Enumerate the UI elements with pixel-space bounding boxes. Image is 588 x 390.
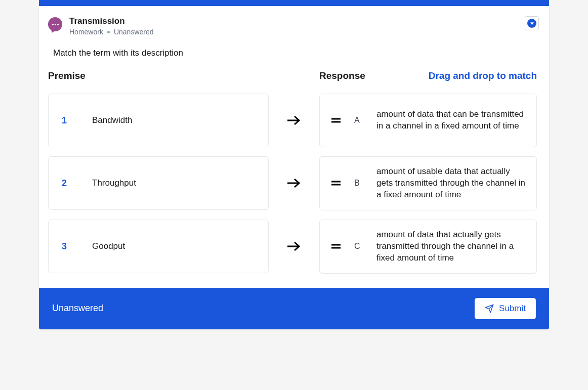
premise-term: Goodput (92, 241, 125, 251)
premise-heading: Premise (48, 70, 275, 81)
submit-label: Submit (499, 304, 526, 314)
card-footer: Unanswered Submit (39, 288, 549, 329)
premise-card: 1 Bandwidth (48, 94, 269, 147)
top-bar (39, 0, 549, 6)
drag-hint: Drag and drop to match (429, 70, 537, 81)
response-letter: A (354, 116, 363, 125)
premise-card: 2 Throughput (48, 156, 269, 210)
match-row: 3 Goodput C amount of data that actually… (48, 220, 537, 274)
columns-header: Premise Response Drag and drop to match (39, 70, 549, 81)
status-label: Unanswered (114, 28, 154, 36)
response-card[interactable]: B amount of usable data that actually ge… (319, 156, 537, 210)
star-button[interactable]: ★ (525, 16, 539, 30)
match-rows: 1 Bandwidth A amount of data that can be… (39, 94, 549, 288)
arrow-icon (269, 114, 319, 126)
arrow-icon (269, 240, 319, 252)
premise-term: Bandwidth (92, 115, 132, 125)
discussion-icon (48, 17, 62, 31)
card-header: Transmission Homework Unanswered ★ (39, 6, 549, 40)
response-description: amount of usable data that actually gets… (376, 166, 525, 201)
response-letter: B (354, 179, 363, 188)
category-label: Homework (69, 28, 103, 36)
arrow-icon (269, 177, 319, 189)
response-heading: Response (319, 70, 365, 81)
question-card: Transmission Homework Unanswered ★ Match… (39, 6, 549, 329)
drag-handle-icon[interactable] (331, 243, 341, 249)
question-text: Match the term with its description (39, 40, 549, 70)
premise-number: 2 (62, 178, 73, 189)
response-description: amount of data that can be transmitted i… (376, 109, 525, 132)
title-group: Transmission Homework Unanswered (69, 16, 537, 36)
question-title: Transmission (69, 16, 537, 26)
premise-card: 3 Goodput (48, 220, 269, 273)
send-icon (485, 304, 494, 313)
response-card[interactable]: C amount of data that actually gets tran… (319, 220, 537, 274)
response-card[interactable]: A amount of data that can be transmitted… (319, 94, 537, 147)
match-row: 1 Bandwidth A amount of data that can be… (48, 94, 537, 147)
drag-handle-icon[interactable] (331, 180, 341, 186)
premise-term: Throughput (92, 178, 136, 188)
response-letter: C (354, 242, 363, 251)
drag-handle-icon[interactable] (331, 117, 341, 123)
submit-button[interactable]: Submit (475, 298, 536, 319)
question-subtitle: Homework Unanswered (69, 28, 537, 36)
star-icon: ★ (530, 21, 534, 26)
response-description: amount of data that actually gets transm… (376, 229, 525, 264)
match-row: 2 Throughput B amount of usable data tha… (48, 156, 537, 210)
footer-status: Unanswered (52, 303, 103, 314)
premise-number: 3 (62, 241, 73, 252)
separator-dot (107, 31, 110, 33)
premise-number: 1 (62, 115, 73, 126)
